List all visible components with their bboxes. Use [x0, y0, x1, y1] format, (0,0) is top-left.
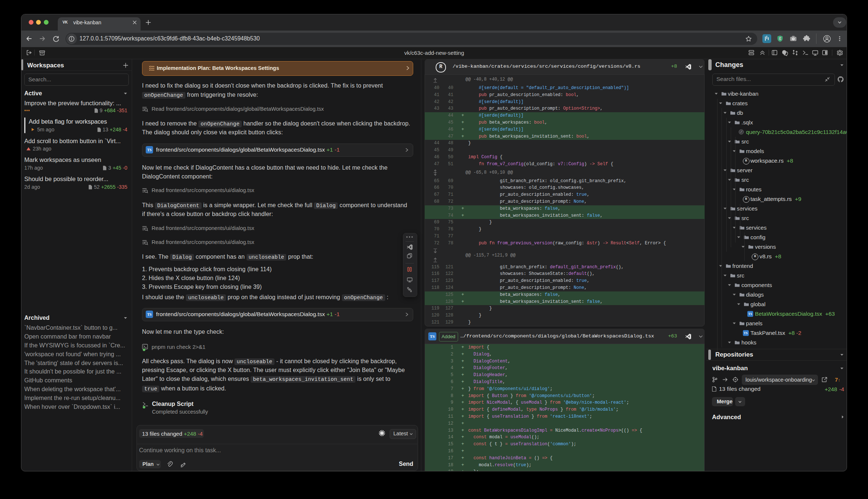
svg-text:£: £ [779, 36, 781, 40]
